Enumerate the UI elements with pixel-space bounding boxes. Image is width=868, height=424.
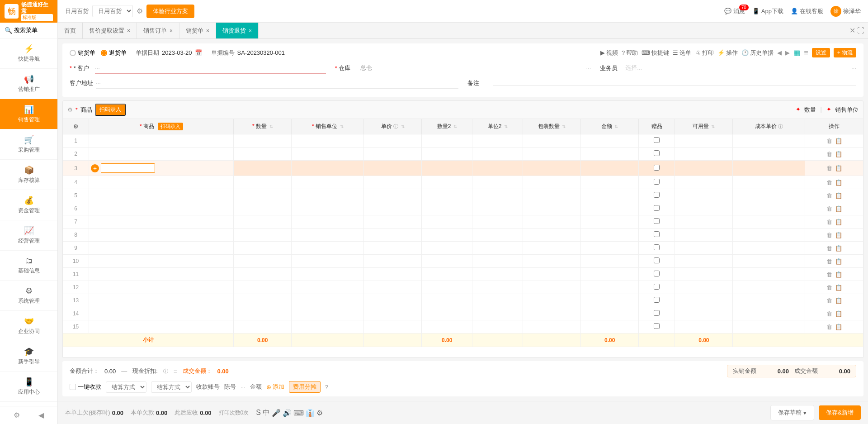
row-pack-qty[interactable] xyxy=(523,215,581,229)
row-price[interactable] xyxy=(364,268,422,281)
tab-sales-close[interactable]: × xyxy=(206,28,209,34)
gift-checkbox[interactable] xyxy=(654,137,660,143)
sidebar-collapse-btn[interactable]: ◀ xyxy=(38,411,44,419)
row-unit[interactable] xyxy=(292,161,364,176)
row-qty2[interactable] xyxy=(422,189,472,202)
row-price[interactable] xyxy=(364,161,422,176)
gift-checkbox[interactable] xyxy=(654,165,660,171)
row-product[interactable] xyxy=(89,176,234,189)
grid-view-btn[interactable]: ▦ xyxy=(793,48,800,57)
copy-row-btn[interactable]: 📋 xyxy=(835,138,842,144)
row-unit2[interactable] xyxy=(472,161,523,176)
row-qty[interactable] xyxy=(234,134,292,148)
one-click-checkbox[interactable]: 一键收款 xyxy=(70,383,101,391)
address-input[interactable]: ··· xyxy=(96,78,458,89)
sidebar-item-operations[interactable]: 📈 经营管理 xyxy=(0,220,57,251)
row-unit2[interactable] xyxy=(472,176,523,189)
sidebar-search[interactable]: 🔍 搜索菜单 xyxy=(0,23,57,38)
row-product[interactable] xyxy=(89,202,234,215)
row-amount[interactable] xyxy=(581,242,639,255)
add-row-btn[interactable]: + xyxy=(91,164,99,172)
row-unit2[interactable] xyxy=(472,189,523,202)
row-pack-qty[interactable] xyxy=(523,148,581,161)
gift-checkbox[interactable] xyxy=(654,244,660,250)
row-gift[interactable] xyxy=(639,242,675,255)
mic-icon[interactable]: 🎤 xyxy=(272,409,281,417)
row-product[interactable] xyxy=(89,307,234,320)
sidebar-item-inventory[interactable]: 📦 库存核算 xyxy=(0,160,57,190)
sidebar-settings-btn[interactable]: ⚙ xyxy=(14,411,20,419)
row-unit[interactable] xyxy=(292,294,364,307)
row-unit2[interactable] xyxy=(472,320,523,333)
row-unit[interactable] xyxy=(292,242,364,255)
row-product[interactable] xyxy=(89,281,234,294)
row-pack-qty[interactable] xyxy=(523,255,581,268)
row-product[interactable] xyxy=(89,242,234,255)
row-qty[interactable] xyxy=(234,148,292,161)
copy-row-btn[interactable]: 📋 xyxy=(835,297,842,304)
sidebar-item-basic[interactable]: 🗂 基础信息 xyxy=(0,251,57,281)
delete-row-btn[interactable]: 🗑 xyxy=(826,310,832,317)
row-price[interactable] xyxy=(364,294,422,307)
row-product[interactable] xyxy=(89,255,234,268)
remark-input[interactable] xyxy=(493,81,856,86)
copy-row-btn[interactable]: 📋 xyxy=(835,151,842,157)
row-product[interactable]: + xyxy=(89,161,234,176)
row-qty2[interactable] xyxy=(422,148,472,161)
delete-row-btn[interactable]: 🗑 xyxy=(826,219,832,225)
row-qty2[interactable] xyxy=(422,281,472,294)
row-unit2[interactable] xyxy=(472,148,523,161)
copy-row-btn[interactable]: 📋 xyxy=(835,310,842,317)
row-qty[interactable] xyxy=(234,307,292,320)
row-gift[interactable] xyxy=(639,294,675,307)
history-btn[interactable]: 🕐 历史单据 xyxy=(741,49,774,57)
calendar-icon[interactable]: 📅 xyxy=(195,49,202,56)
copy-row-btn[interactable]: 📋 xyxy=(835,179,842,186)
row-pack-qty[interactable] xyxy=(523,189,581,202)
row-qty2[interactable] xyxy=(422,307,472,320)
row-qty2[interactable] xyxy=(422,242,472,255)
help-btn[interactable]: ? 帮助 xyxy=(622,49,638,57)
row-qty2[interactable] xyxy=(422,134,472,148)
row-qty[interactable] xyxy=(234,320,292,333)
row-qty2[interactable] xyxy=(422,268,472,281)
row-pack-qty[interactable] xyxy=(523,242,581,255)
sidebar-item-apps[interactable]: 📱 应用中心 xyxy=(0,372,57,402)
select-btn[interactable]: ☰ 选单 xyxy=(673,49,691,57)
row-unit2[interactable] xyxy=(472,229,523,242)
row-pack-qty[interactable] xyxy=(523,176,581,189)
row-qty[interactable] xyxy=(234,229,292,242)
row-unit[interactable] xyxy=(292,229,364,242)
row-unit[interactable] xyxy=(292,189,364,202)
row-pack-qty[interactable] xyxy=(523,294,581,307)
customer-input[interactable]: ··· xyxy=(95,63,326,74)
save-draft-button[interactable]: 保存草稿 ▾ xyxy=(770,405,814,420)
gift-checkbox[interactable] xyxy=(654,192,660,198)
row-unit[interactable] xyxy=(292,307,364,320)
prev-doc-btn[interactable]: ◀ xyxy=(777,49,782,56)
sidebar-item-finance[interactable]: 💰 资金管理 xyxy=(0,190,57,220)
topbar-settings-icon[interactable]: ⚙ xyxy=(137,7,143,15)
row-product[interactable] xyxy=(89,294,234,307)
app-download-button[interactable]: 📱 App下载 xyxy=(752,7,783,15)
warehouse-input[interactable]: 总仓 ··· xyxy=(360,62,591,74)
radio-return[interactable]: 退货单 xyxy=(101,49,127,57)
row-qty2[interactable] xyxy=(422,320,472,333)
delete-row-btn[interactable]: 🗑 xyxy=(826,258,832,265)
row-unit[interactable] xyxy=(292,134,364,148)
gift-checkbox[interactable] xyxy=(654,218,660,224)
gift-checkbox[interactable] xyxy=(654,179,660,185)
row-price[interactable] xyxy=(364,215,422,229)
row-unit[interactable] xyxy=(292,320,364,333)
gift-checkbox[interactable] xyxy=(654,231,660,237)
row-unit[interactable] xyxy=(292,176,364,189)
add-button[interactable]: ⊕ 添加 xyxy=(266,383,284,391)
row-unit[interactable] xyxy=(292,148,364,161)
product-input[interactable] xyxy=(101,163,155,173)
row-unit2[interactable] xyxy=(472,307,523,320)
row-gift[interactable] xyxy=(639,229,675,242)
discount-help-icon[interactable]: ⓘ xyxy=(163,368,168,375)
row-qty[interactable] xyxy=(234,176,292,189)
salesperson-input[interactable]: 选择... ··· xyxy=(625,62,856,74)
shortcut-btn[interactable]: ⌨ 快捷键 xyxy=(642,49,669,57)
